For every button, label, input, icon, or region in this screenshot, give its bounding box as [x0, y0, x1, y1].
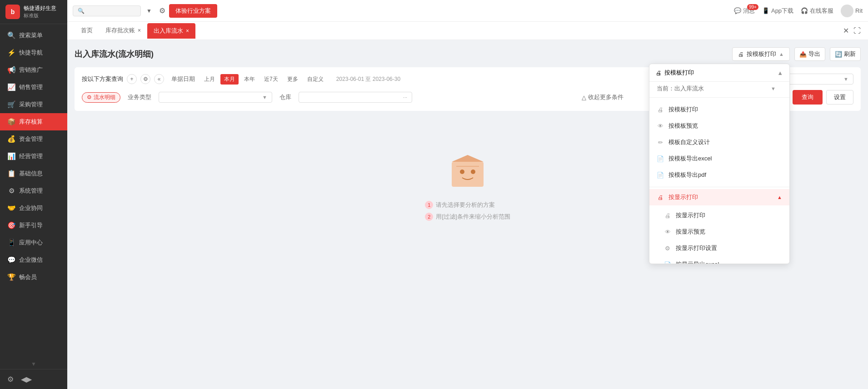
collapse-sidebar-icon[interactable]: ◀▶ [21, 375, 32, 384]
template-print-icon: 🖨 [657, 106, 664, 113]
sidebar-item-guide[interactable]: 🎯 新手引导 [0, 217, 67, 234]
app-name: 畅捷通好生意 [24, 5, 56, 12]
sidebar-item-purchase[interactable]: 🛒 采购管理 [0, 96, 67, 113]
purchase-icon: 🛒 [7, 100, 15, 109]
biz-type-chevron: ▼ [262, 95, 267, 100]
print-template-button[interactable]: 🖨 按模板打印 ▲ [732, 47, 790, 61]
date-tab-custom[interactable]: 自定义 [304, 74, 327, 85]
logo-icon: b [5, 5, 20, 19]
dropdown-template-print[interactable]: 🖨 按模板打印 [649, 101, 789, 118]
date-tab-this-year[interactable]: 本年 [240, 74, 259, 85]
current-template-label: 当前：出入库流水 [657, 85, 704, 93]
tab-home[interactable]: 首页 [75, 23, 99, 39]
date-tab-this-month[interactable]: 本月 [220, 74, 239, 85]
sidebar-item-appstore[interactable]: 📱 应用中心 [0, 234, 67, 251]
template-print-label: 按模板打印 [668, 105, 698, 114]
export-button[interactable]: 📤 导出 [794, 47, 825, 61]
sidebar-item-basic[interactable]: 📋 基础信息 [0, 165, 67, 182]
empty-tip-1: 1 请先选择要分析的方案 [425, 201, 510, 209]
sidebar-item-finance[interactable]: 💰 资金管理 [0, 130, 67, 148]
page-title-row: 出入库流水(流水明细) 🖨 按模板打印 ▲ 🖨 按模板打印 [75, 47, 861, 61]
sidebar-item-inventory[interactable]: 📦 库存核算 [0, 113, 67, 130]
display-print-label: 按显示打印 [676, 211, 705, 219]
settings-bottom-icon[interactable]: ⚙ [7, 375, 14, 384]
sidebar-scroll-indicator: ▼ [0, 359, 67, 369]
date-range-display: 2023-06-01 至 2023-06-30 [336, 75, 400, 83]
user-name-label: Rit [855, 7, 863, 14]
dropdown-template-pdf[interactable]: 📄 按模板导出pdf [649, 167, 789, 183]
header-gear-icon[interactable]: ⚙ [159, 6, 165, 15]
sidebar-item-search[interactable]: 🔍 搜索菜单 [0, 27, 67, 44]
tab-batch[interactable]: 库存批次账 × [99, 23, 147, 39]
display-preview-label: 按显示预览 [676, 228, 705, 236]
window-controls: ✕ ⛶ [843, 26, 861, 35]
sidebar-item-system[interactable]: ⚙ 系统管理 [0, 182, 67, 199]
sidebar-item-quicknav[interactable]: ⚡ 快捷导航 [0, 44, 67, 61]
voucher-type-chevron: ▼ [843, 76, 848, 82]
sidebar-item-label: 企业协同 [19, 204, 43, 212]
sidebar-item-label: 应用中心 [19, 239, 43, 247]
sidebar-item-member[interactable]: 🏆 畅会员 [0, 269, 67, 286]
display-section: 🖨 按显示打印 👁 按显示预览 ⚙ 按显示打印设置 [649, 205, 789, 264]
dropdown-template-preview[interactable]: 👁 按模板预览 [649, 118, 789, 134]
message-button[interactable]: 💬 消息 99+ [734, 7, 755, 15]
app-download-button[interactable]: 📱 App下载 [762, 7, 793, 15]
filter-scheme-area: 按以下方案查询 + ⚙ « [82, 74, 164, 84]
search-header-icon: 🔍 [78, 8, 85, 14]
dropdown-display-print-header[interactable]: 🖨 按显示打印 ▲ [649, 189, 789, 205]
collapse-label: 收起更多条件 [588, 93, 624, 101]
display-excel-icon: 📄 [664, 261, 671, 264]
tab-batch-close[interactable]: × [138, 27, 141, 34]
sidebar-menu: 🔍 搜索菜单 ⚡ 快捷导航 📢 营销推广 📈 销售管理 🛒 采购管理 📦 库存核… [0, 24, 67, 359]
date-tab-7days[interactable]: 近7天 [260, 74, 282, 85]
print-template-chevron: ▲ [779, 51, 784, 57]
window-close-btn[interactable]: ✕ [843, 26, 849, 35]
filter-scheme-label: 按以下方案查询 [82, 75, 123, 83]
template-preview-icon: 👁 [657, 122, 664, 130]
dropdown-template-excel[interactable]: 📄 按模板导出excel [649, 150, 789, 167]
tip1-num: 1 [425, 201, 433, 209]
filter-tag-liushui[interactable]: ⚙ 流水明细 [82, 92, 120, 103]
sidebar-bottom: ⚙ ◀▶ [0, 369, 67, 389]
online-service-button[interactable]: 🎧 在线客服 [801, 7, 833, 15]
refresh-button[interactable]: 🔄 刷新 [830, 47, 861, 61]
header-search-box[interactable]: 🔍 [73, 5, 141, 16]
date-tab-last-month[interactable]: 上月 [200, 74, 219, 85]
warehouse-select[interactable]: ··· [299, 92, 412, 103]
guide-icon: 🎯 [7, 221, 15, 229]
sidebar-item-wecom[interactable]: 💬 企业微信 [0, 251, 67, 269]
sidebar-item-collab[interactable]: 🤝 企业协同 [0, 199, 67, 217]
filter-settings-icon[interactable]: ⚙ [140, 74, 150, 84]
collapse-more-conditions[interactable]: △ 收起更多条件 [582, 93, 624, 101]
dropdown-template-customize[interactable]: ✏ 模板自定义设计 [649, 134, 789, 150]
window-expand-btn[interactable]: ⛶ [853, 27, 861, 35]
sidebar-item-operations[interactable]: 📊 经营管理 [0, 148, 67, 165]
date-tab-more[interactable]: 更多 [284, 74, 302, 85]
dropdown-display-preview[interactable]: 👁 按显示预览 [649, 224, 789, 240]
app-version: 标准版 [24, 12, 56, 19]
biz-type-select[interactable]: ▼ [159, 92, 272, 103]
dropdown-display-print-settings[interactable]: ⚙ 按显示打印设置 [649, 240, 789, 256]
header-dropdown-icon[interactable]: ▼ [146, 8, 152, 14]
industry-solution-button[interactable]: 体验行业方案 [169, 4, 217, 18]
tab-flow-label: 出入库流水 [154, 27, 183, 35]
sidebar-item-label: 营销推广 [19, 66, 43, 74]
dropdown-display-print[interactable]: 🖨 按显示打印 [649, 207, 789, 224]
query-button[interactable]: 查询 [793, 90, 823, 105]
refresh-icon: 🔄 [835, 51, 842, 58]
user-avatar-area[interactable]: Rit [841, 5, 863, 17]
display-print-settings-icon: ⚙ [664, 244, 671, 252]
dropdown-collapse-icon[interactable]: ▲ [777, 70, 783, 76]
add-filter-icon[interactable]: + [127, 74, 137, 84]
dropdown-display-excel[interactable]: 📄 按显示导出excel [649, 256, 789, 264]
collapse-filter-icon[interactable]: « [154, 74, 164, 84]
tab-flow[interactable]: 出入库流水 × [147, 23, 195, 39]
settings-button[interactable]: 设置 [826, 90, 853, 105]
tab-flow-close[interactable]: × [186, 28, 189, 34]
dropdown-scroll-area: 当前：出入库流水 ▼ 🖨 按模板打印 [649, 82, 789, 264]
sidebar-item-marketing[interactable]: 📢 营销推广 [0, 61, 67, 79]
sidebar-item-label: 基础信息 [19, 170, 43, 178]
template-excel-label: 按模板导出excel [668, 155, 712, 163]
dropdown-title: 按模板打印 [664, 69, 694, 77]
sidebar-item-sales[interactable]: 📈 销售管理 [0, 79, 67, 96]
